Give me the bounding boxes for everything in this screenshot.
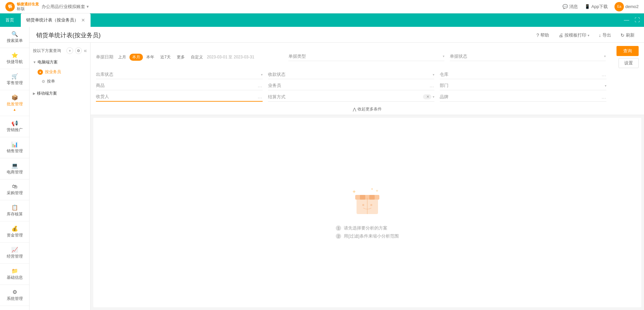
operations-icon: 📈: [3, 247, 26, 253]
form-row-1: 单据日期 上月 本月 本年 近7天 更多 自定义 2023-03-01 至 20…: [91, 43, 644, 70]
empty-box-svg: ✦ ✦ ✦: [351, 186, 384, 216]
date-tab-7days[interactable]: 近7天: [158, 54, 173, 61]
sidebar: 🔍 搜索菜单 ⭐ 快捷导航 🛒 零售管理 📦 批发管理 ▲ 📢 营销推广 �: [0, 27, 30, 310]
warehouse-label: 仓库: [440, 71, 448, 78]
tab-minimize-button[interactable]: —: [623, 16, 631, 24]
action-bar: 查询 设置: [616, 46, 639, 68]
add-scheme-button[interactable]: +: [66, 47, 73, 54]
refresh-icon: ↻: [621, 33, 625, 38]
collapse-panel-button[interactable]: «: [84, 48, 87, 54]
hint-num-1: 1: [336, 225, 341, 231]
tab-maximize-button[interactable]: ⛶: [633, 16, 641, 24]
tab-sales-stats[interactable]: 销货单统计表（按业务员） ✕: [21, 13, 91, 27]
ecommerce-icon: 💻: [3, 162, 26, 169]
tab-home[interactable]: 首页: [0, 13, 19, 27]
page-header-actions: ? 帮助 🖨 按模板打印 ▾ ↓ 导出: [534, 31, 637, 40]
sidebar-item-enterprise[interactable]: 🤝 企业协同: [0, 306, 29, 310]
empty-illustration: ✦ ✦ ✦: [351, 186, 384, 220]
receiver-input[interactable]: [111, 94, 258, 99]
page-title: 销货单统计表(按业务员): [36, 31, 101, 39]
print-dropdown: 按模板打印 ▾: [565, 32, 589, 38]
user-avatar: Ea: [614, 2, 624, 11]
svg-text:✦: ✦: [375, 189, 379, 193]
collapse-conditions-button[interactable]: ⋀ 收起更多条件: [91, 104, 644, 115]
tab-close-button[interactable]: ✕: [81, 18, 85, 22]
salesperson-dots-icon[interactable]: …: [429, 83, 434, 88]
app-download-action[interactable]: 📱 App下载: [585, 4, 608, 10]
sidebar-item-basic-info[interactable]: 📁 基础信息: [0, 264, 29, 285]
empty-state: ✦ ✦ ✦: [93, 118, 641, 307]
tab-bar-right: — ⛶: [623, 16, 644, 24]
settings-scheme-button[interactable]: ⚙: [75, 47, 82, 54]
sidebar-item-quicknav[interactable]: ⭐ 快捷导航: [0, 48, 29, 69]
payment-method-arrow-icon: ▾: [433, 95, 434, 99]
message-icon: 💬: [562, 4, 568, 9]
quicknav-icon: ⭐: [3, 52, 26, 58]
sidebar-item-ecommerce[interactable]: 💻 电商管理: [0, 158, 29, 179]
doc-status-field: 单据状态 ▾: [450, 53, 606, 61]
empty-hints: 1 请先选择要分析的方案 2 用[过滤]条件来缩小分析范围: [336, 225, 398, 239]
svg-rect-2: [360, 195, 365, 200]
export-icon: ↓: [599, 33, 601, 38]
receiver-dots-icon[interactable]: …: [258, 94, 263, 99]
form-row-4: 收货人 … 结算方式 ✕ ▾: [91, 92, 644, 104]
user-profile[interactable]: Ea demo2: [614, 2, 639, 11]
print-icon: 🖨: [558, 33, 563, 38]
brand-dots-icon[interactable]: …: [601, 94, 606, 100]
receipt-status-arrow-icon: ▾: [433, 73, 434, 76]
form-row-3: 商品 … 业务员 … 部门: [91, 81, 644, 92]
date-range-display: 2023-03-01 至 2023-03-31: [207, 54, 254, 60]
sidebar-item-inventory[interactable]: 📋 库存核算: [0, 200, 29, 221]
mobile-schemes: ▶ 移动端方案: [30, 87, 90, 100]
export-button[interactable]: ↓ 导出: [596, 31, 614, 40]
sidebar-item-retail[interactable]: 🛒 零售管理: [0, 69, 29, 90]
date-tab-this-month[interactable]: 本月: [129, 54, 143, 61]
payment-method-field: 结算方式 ✕ ▾: [268, 94, 435, 102]
sidebar-item-search[interactable]: 🔍 搜索菜单: [0, 27, 29, 48]
refresh-button[interactable]: ↻ 刷新: [618, 31, 637, 40]
help-button[interactable]: ? 帮助: [534, 31, 552, 40]
purchase-icon: 🛍: [3, 184, 26, 190]
date-tab-custom[interactable]: 自定义: [188, 54, 206, 61]
svg-rect-3: [369, 195, 375, 200]
sidebar-item-operations[interactable]: 📈 经营管理: [0, 243, 29, 264]
warehouse-dots-icon[interactable]: …: [601, 72, 606, 77]
settings-button[interactable]: 设置: [619, 58, 639, 68]
mobile-scheme-title[interactable]: ▶ 移动端方案: [30, 89, 90, 98]
help-icon: ?: [536, 33, 539, 38]
main-area: 🔍 搜索菜单 ⭐ 快捷导航 🛒 零售管理 📦 批发管理 ▲ 📢 营销推广 �: [0, 27, 644, 310]
date-tab-more[interactable]: 更多: [174, 54, 187, 61]
page-header: 销货单统计表(按业务员) ? 帮助 🖨 按模板打印 ▾ ↓: [30, 27, 644, 43]
app-download-icon: 📱: [585, 4, 590, 9]
date-tab-this-year[interactable]: 本年: [144, 54, 157, 61]
date-label: 单据日期: [96, 54, 113, 60]
sidebar-item-sales[interactable]: 📊 销售管理: [0, 137, 29, 158]
app-container: 畅 畅捷通好生意 标版 办公用品行业模拟账套 ▾ 💬 消息 📱 App下载: [0, 0, 644, 310]
doc-type-arrow-icon: ▾: [443, 54, 444, 58]
scheme-by-order[interactable]: ⚙ 按单: [30, 77, 90, 86]
scheme-by-salesperson[interactable]: ● 按业务员: [30, 67, 90, 77]
sidebar-item-wholesale[interactable]: 📦 批发管理 ▲: [0, 90, 29, 116]
product-dots-icon[interactable]: …: [258, 83, 263, 88]
message-action[interactable]: 💬 消息: [562, 4, 578, 10]
svg-text:✦: ✦: [371, 187, 373, 191]
doc-type-field: 单据类型 ▾: [288, 53, 444, 61]
sidebar-item-purchase[interactable]: 🛍 采购管理: [0, 179, 29, 200]
out-status-field: 出库状态 ▾: [96, 71, 263, 79]
department-label: 部门: [440, 83, 448, 89]
payment-method-clear-button[interactable]: ✕: [426, 95, 429, 99]
desktop-scheme-title[interactable]: ▼ 电脑端方案: [30, 57, 90, 67]
sidebar-item-marketing[interactable]: 📢 营销推广: [0, 116, 29, 137]
receiver-label: 收货人: [96, 94, 109, 100]
print-button[interactable]: 🖨 按模板打印 ▾: [556, 31, 592, 40]
warehouse-field: 仓库 …: [440, 71, 606, 79]
date-tab-last-month[interactable]: 上月: [115, 54, 129, 61]
breadcrumb[interactable]: 办公用品行业模拟账套 ▾: [42, 4, 89, 10]
scheme-active-icon: ●: [38, 69, 43, 75]
breadcrumb-arrow: ▾: [87, 4, 89, 9]
collapse-icon: ⋀: [353, 107, 356, 112]
sidebar-item-system[interactable]: ⚙ 系统管理: [0, 285, 29, 306]
sidebar-item-finance[interactable]: 💰 资金管理: [0, 221, 29, 243]
query-button[interactable]: 查询: [616, 46, 639, 56]
top-header-right: 💬 消息 📱 App下载 Ea demo2: [562, 2, 639, 11]
